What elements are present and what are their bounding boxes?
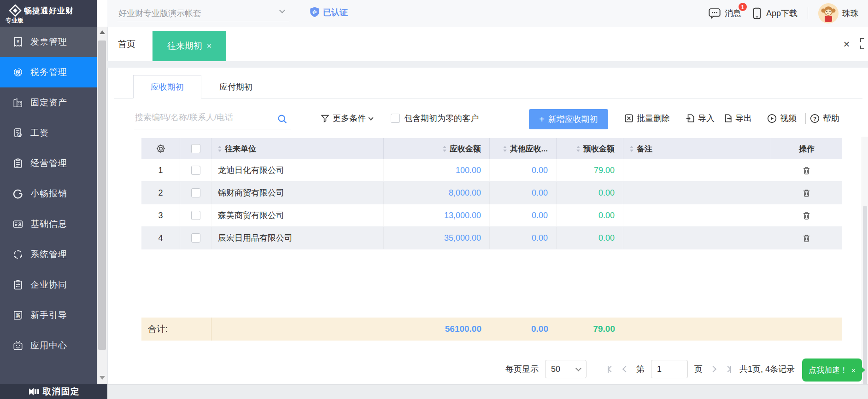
close-icon[interactable]: ×: [851, 366, 856, 374]
sidebar-item-label: 基础信息: [30, 218, 67, 230]
include-zero-checkbox-row[interactable]: 包含期初为零的客户: [391, 113, 479, 124]
search-icon[interactable]: [277, 114, 288, 127]
header-unit[interactable]: 往来单位: [211, 138, 384, 159]
delete-row-icon[interactable]: [802, 189, 811, 197]
sidebar-item-system[interactable]: 系统管理: [0, 239, 97, 270]
sidebar-item-tax[interactable]: 税 税务管理: [0, 57, 97, 87]
prev-page-button[interactable]: [623, 367, 628, 371]
account-selector[interactable]: 好业财专业版演示帐套: [117, 5, 289, 21]
first-page-button[interactable]: [608, 366, 613, 373]
close-panel-button[interactable]: ×: [836, 27, 857, 61]
fixed-assets-icon: [12, 97, 24, 109]
batch-delete-label: 批量删除: [637, 113, 670, 124]
certified-badge[interactable]: 企 已认证: [309, 6, 348, 18]
per-page-select[interactable]: 50: [545, 360, 586, 378]
avatar: [818, 3, 839, 23]
last-page-button[interactable]: [726, 366, 731, 373]
brand-name: 畅捷通好业财: [24, 6, 74, 16]
scroll-down-icon[interactable]: [100, 376, 105, 380]
beginner-guide-icon: 新: [12, 309, 24, 321]
header-other-receivable[interactable]: 其他应收...: [490, 138, 557, 159]
fullscreen-icon[interactable]: [860, 38, 868, 50]
scrollbar-thumb[interactable]: [98, 40, 106, 350]
svg-text:¥: ¥: [17, 39, 19, 44]
sidebar-item-payroll[interactable]: ¥ 工资: [0, 118, 97, 148]
unpin-sidebar-button[interactable]: 取消固定: [0, 384, 107, 399]
header-receivable[interactable]: 应收金额: [384, 138, 490, 159]
sidebar-item-fixed-assets[interactable]: 固定资产: [0, 87, 97, 118]
unit-cell[interactable]: 辰宏日用品有限公司: [211, 227, 384, 249]
tab-home[interactable]: 首页: [118, 27, 135, 61]
row-index: 3: [141, 204, 180, 226]
select-all-checkbox[interactable]: [191, 144, 200, 153]
other-receivable-cell: 0.00: [490, 204, 557, 226]
shield-icon: 企: [309, 6, 320, 18]
totals-receivable: 56100.00: [384, 318, 490, 341]
svg-text:?: ?: [813, 115, 816, 121]
row-checkbox[interactable]: [191, 188, 200, 197]
row-checkbox[interactable]: [191, 211, 200, 220]
table-row: 4 辰宏日用品有限公司 35,000.00 0.00 0.00: [141, 227, 842, 249]
sidebar-item-operations[interactable]: 经营管理: [0, 148, 97, 179]
unit-cell[interactable]: 森美商贸有限公司: [211, 204, 384, 226]
header-advance[interactable]: 预收金额: [557, 138, 623, 159]
column-settings-button[interactable]: [141, 138, 180, 159]
subtab-label: 应收期初: [151, 81, 184, 93]
sidebar-item-collaboration[interactable]: 企业协同: [0, 270, 97, 300]
receivable-cell: 35,000.00: [384, 227, 490, 249]
accelerate-floating-button[interactable]: 点我加速！ ×: [802, 359, 862, 382]
page-number-input[interactable]: [651, 360, 688, 378]
scroll-up-icon[interactable]: [100, 30, 105, 34]
content-scrollbar[interactable]: [862, 137, 868, 399]
payroll-icon: ¥: [12, 127, 24, 139]
username: 珠珠: [842, 8, 859, 19]
page-suffix: 页: [694, 364, 703, 375]
remark-cell: [623, 227, 771, 249]
batch-delete-button[interactable]: 批量删除: [624, 113, 670, 124]
row-checkbox[interactable]: [191, 233, 200, 243]
delete-row-icon[interactable]: [802, 234, 811, 243]
next-page-button[interactable]: [711, 367, 716, 371]
subtab-payable-opening[interactable]: 应付期初: [201, 75, 270, 98]
app-center-icon: [12, 340, 24, 352]
sidebar-item-app-center[interactable]: 应用中心: [0, 330, 97, 361]
unit-cell[interactable]: 锦财商贸有限公司: [211, 182, 384, 204]
collaboration-icon: [12, 279, 24, 291]
totals-other: 0.00: [490, 318, 557, 341]
totals-advance: 79.00: [557, 318, 623, 341]
search-input[interactable]: [134, 108, 272, 122]
more-filters-button[interactable]: 更多条件: [321, 113, 373, 124]
batch-delete-icon: [624, 114, 633, 123]
sidebar-item-expense[interactable]: 小畅报销: [0, 179, 97, 209]
import-button[interactable]: 导入: [686, 113, 715, 124]
sidebar-item-label: 工资: [30, 127, 49, 139]
subtab-label: 应付期初: [219, 81, 252, 93]
sidebar-item-beginner-guide[interactable]: 新 新手引导: [0, 300, 97, 330]
add-receivable-opening-button[interactable]: + 新增应收期初: [529, 109, 608, 129]
messages-button[interactable]: 消息 1: [708, 7, 741, 19]
totals-label: 合计:: [141, 318, 211, 341]
divider: [805, 113, 806, 124]
sidebar-scrollbar[interactable]: [97, 27, 107, 384]
header-remark[interactable]: 备注: [623, 138, 771, 159]
export-button[interactable]: 导出: [723, 113, 752, 124]
sidebar-item-base-info[interactable]: 基础信息: [0, 209, 97, 239]
user-menu[interactable]: 珠珠: [818, 3, 859, 23]
subtab-receivable-opening[interactable]: 应收期初: [133, 75, 201, 98]
video-button[interactable]: 视频: [767, 113, 797, 124]
include-zero-checkbox[interactable]: [391, 114, 400, 123]
app-download-button[interactable]: App下载: [751, 7, 798, 19]
bottom-strip: [107, 384, 868, 399]
tab-current-opening-balance[interactable]: 往来期初 ×: [152, 31, 226, 61]
help-button[interactable]: ? 帮助: [810, 113, 839, 124]
advance-cell: 0.00: [557, 204, 623, 226]
close-tab-icon[interactable]: ×: [207, 41, 212, 51]
sidebar-item-invoice[interactable]: ¥ 发票管理: [0, 27, 97, 57]
row-checkbox[interactable]: [191, 166, 200, 175]
unit-cell[interactable]: 龙迪日化有限公司: [211, 159, 384, 181]
delete-row-icon[interactable]: [802, 211, 811, 220]
accelerate-label: 点我加速！: [809, 365, 848, 376]
delete-row-icon[interactable]: [802, 166, 811, 175]
receivable-cell: 8,000.00: [384, 182, 490, 204]
sidebar-item-label: 应用中心: [30, 340, 67, 352]
